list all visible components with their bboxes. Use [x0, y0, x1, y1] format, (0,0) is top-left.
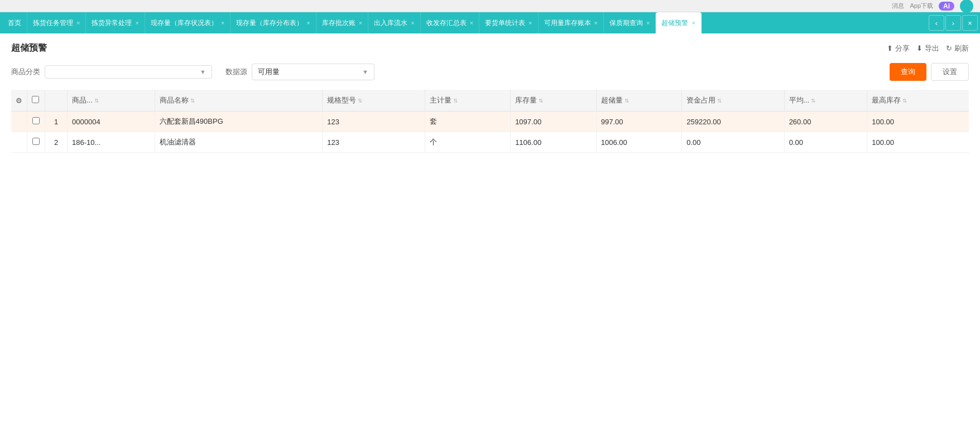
col-capital[interactable]: 资金占用 ⇅ [682, 90, 784, 112]
nav-tab-picking-task-label: 拣货任务管理 [33, 18, 73, 28]
category-chevron-icon: ▼ [200, 69, 206, 75]
nav-tab-inout-flow-label: 出入库流水 [374, 18, 407, 28]
row-product-name-1: 机油滤清器 [155, 132, 323, 153]
nav-tab-inventory-batch-label: 库存批次账 [322, 18, 356, 28]
data-table: ⚙ 商品... ⇅ 商品名称 ⇅ [11, 90, 969, 153]
row-checkbox-cell-1[interactable] [27, 132, 45, 153]
row-checkbox-cell-0[interactable] [27, 112, 45, 132]
col-checkbox[interactable] [27, 90, 45, 112]
nav-tab-picking-task-close[interactable]: × [76, 20, 80, 26]
nav-tab-picking-abnormal-label: 拣货异常处理 [92, 18, 132, 28]
refresh-button[interactable]: ↻ 刷新 [946, 43, 969, 54]
nav-tab-quality-date-close[interactable]: × [646, 20, 650, 26]
nav-close-button[interactable]: × [962, 15, 978, 31]
table-row: 2 186-10... 机油滤清器 123 个 1106.00 1006.00 … [11, 132, 969, 153]
row-gear-1 [11, 132, 27, 153]
datasource-filter-group: 数据源 可用量 ▼ [225, 64, 374, 80]
col-avg[interactable]: 平均... ⇅ [784, 90, 867, 112]
nav-tab-overstock-close[interactable]: × [691, 20, 695, 26]
action-buttons: 查询 设置 [890, 63, 969, 81]
export-button[interactable]: ⬇ 导出 [916, 43, 939, 54]
refresh-label: 刷新 [954, 43, 969, 54]
nav-tab-picking-task[interactable]: 拣货任务管理 × [27, 12, 86, 33]
nav-tab-receive-send-close[interactable]: × [470, 20, 473, 26]
datasource-select[interactable]: 可用量 ▼ [252, 64, 374, 80]
col-max-stock[interactable]: 最高库存 ⇅ [867, 90, 969, 112]
row-avg-1: 0.00 [784, 132, 867, 153]
app-download-link[interactable]: App下载 [910, 2, 933, 10]
sort-stock-icon: ⇅ [539, 98, 543, 104]
col-product-name[interactable]: 商品名称 ⇅ [155, 90, 323, 112]
nav-next-button[interactable]: › [945, 15, 961, 31]
nav-tab-picking-abnormal[interactable]: 拣货异常处理 × [86, 12, 145, 33]
sort-overstock-icon: ⇅ [624, 98, 629, 104]
message-link[interactable]: 消息 [892, 2, 904, 10]
datasource-value: 可用量 [258, 67, 280, 77]
row-overstock-1: 1006.00 [596, 132, 682, 153]
nav-tab-inventory-dist[interactable]: 现存量（库存分布表） × [230, 12, 316, 33]
query-button[interactable]: 查询 [890, 63, 926, 81]
nav-tab-inout-flow[interactable]: 出入库流水 × [368, 12, 420, 33]
page-content: 超储预警 ⬆ 分享 ⬇ 导出 ↻ 刷新 商品分类 ▼ 数据源 [0, 33, 980, 446]
export-label: 导出 [925, 43, 939, 54]
nav-tab-requisition[interactable]: 要货单统计表 × [479, 12, 538, 33]
sort-product-name-icon: ⇅ [190, 98, 195, 104]
nav-tab-available-ledger-close[interactable]: × [594, 20, 598, 26]
datasource-label: 数据源 [225, 67, 247, 77]
table-body: 1 0000004 六配套新昌490BPG 123 套 1097.00 997.… [11, 112, 969, 153]
col-product-code[interactable]: 商品... ⇅ [68, 90, 155, 112]
nav-tab-requisition-close[interactable]: × [529, 20, 532, 26]
col-settings[interactable]: ⚙ [11, 90, 27, 112]
refresh-icon: ↻ [946, 44, 952, 52]
row-unit-0: 套 [425, 112, 511, 132]
settings-gear-icon: ⚙ [16, 96, 22, 105]
category-label: 商品分类 [11, 67, 40, 77]
nav-tab-picking-abnormal-close[interactable]: × [135, 20, 138, 26]
row-checkbox-1[interactable] [32, 138, 40, 145]
col-stock[interactable]: 库存量 ⇅ [511, 90, 597, 112]
nav-arrows: ‹ › × [928, 15, 978, 31]
row-overstock-0: 997.00 [596, 112, 682, 132]
category-select[interactable]: ▼ [45, 65, 212, 79]
col-spec[interactable]: 规格型号 ⇅ [323, 90, 425, 112]
row-capital-1: 0.00 [682, 132, 784, 153]
nav-tab-overstock[interactable]: 超储预警 × [656, 12, 701, 33]
table-header-row: ⚙ 商品... ⇅ 商品名称 ⇅ [11, 90, 969, 112]
nav-tab-receive-send[interactable]: 收发存汇总表 × [421, 12, 479, 33]
select-all-checkbox[interactable] [32, 96, 39, 103]
nav-tab-available-ledger[interactable]: 可用量库存账本 × [539, 12, 604, 33]
nav-tab-inventory-status-close[interactable]: × [221, 20, 224, 26]
nav-tab-inventory-batch-close[interactable]: × [359, 20, 362, 26]
top-nav: 首页 拣货任务管理 × 拣货异常处理 × 现存量（库存状况表） × 现存量（库存… [0, 12, 980, 33]
share-button[interactable]: ⬆ 分享 [887, 43, 910, 54]
sort-avg-icon: ⇅ [811, 98, 815, 104]
nav-tab-inventory-status[interactable]: 现存量（库存状况表） × [145, 12, 230, 33]
sort-spec-icon: ⇅ [358, 98, 362, 104]
col-unit[interactable]: 主计量 ⇅ [425, 90, 511, 112]
ai-badge[interactable]: Ai [939, 2, 954, 11]
nav-tab-inventory-batch[interactable]: 库存批次账 × [316, 12, 368, 33]
category-filter-group: 商品分类 ▼ [11, 65, 212, 79]
col-overstock[interactable]: 超储量 ⇅ [596, 90, 682, 112]
nav-tab-home[interactable]: 首页 [2, 12, 27, 33]
avatar[interactable] [960, 0, 973, 13]
nav-tab-inout-flow-close[interactable]: × [411, 20, 414, 26]
row-gear-0 [11, 112, 27, 132]
row-unit-1: 个 [425, 132, 511, 153]
row-checkbox-0[interactable] [32, 117, 40, 124]
nav-tab-inventory-status-label: 现存量（库存状况表） [151, 18, 218, 28]
nav-tab-quality-date[interactable]: 保质期查询 × [604, 12, 656, 33]
nav-prev-button[interactable]: ‹ [929, 15, 944, 31]
nav-tab-overstock-label: 超储预警 [661, 18, 688, 28]
settings-button[interactable]: 设置 [931, 63, 969, 81]
row-num-1: 2 [45, 132, 68, 153]
row-stock-0: 1097.00 [511, 112, 597, 132]
row-avg-0: 260.00 [784, 112, 867, 132]
share-icon: ⬆ [887, 44, 893, 52]
nav-tab-inventory-dist-close[interactable]: × [306, 20, 310, 26]
nav-tab-home-label: 首页 [8, 18, 21, 28]
row-product-code-0: 0000004 [68, 112, 155, 132]
nav-tab-available-ledger-label: 可用量库存账本 [544, 18, 591, 28]
export-icon: ⬇ [916, 44, 923, 52]
page-header: 超储预警 ⬆ 分享 ⬇ 导出 ↻ 刷新 [11, 42, 969, 54]
